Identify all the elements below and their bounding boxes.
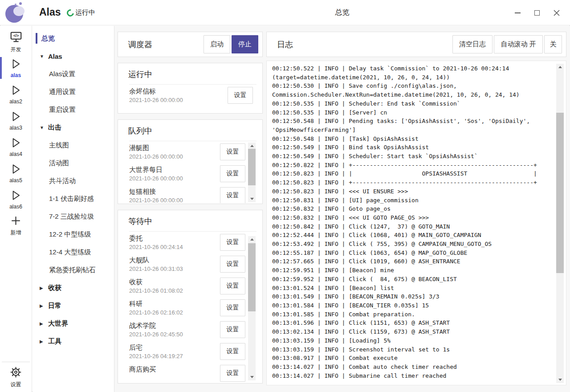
close-button[interactable]: [547, 4, 566, 22]
menu-item-overview[interactable]: 总览: [33, 29, 114, 47]
log-line: 00:12:55.187 | INFO | Click (1063, 654) …: [272, 249, 554, 257]
rail-item-alas3[interactable]: alas3: [0, 107, 32, 134]
rail-item-alas6[interactable]: alas6: [0, 186, 32, 212]
maximize-button[interactable]: [527, 4, 547, 22]
scroll-down-icon[interactable]: [556, 376, 564, 383]
rail-item-alas2[interactable]: alas2: [0, 81, 32, 107]
rail-item-dev[interactable]: </>开发: [0, 29, 32, 55]
pending-panel: 队列中 潜艇图2021-10-26 00:00:00设置大世界每日2021-10…: [118, 119, 263, 204]
task-setting-button[interactable]: 设置: [220, 234, 245, 251]
menu-group-alas-group[interactable]: ▼Alas: [33, 47, 114, 65]
waiting-scrollbar[interactable]: [248, 236, 256, 380]
menu-item-c124[interactable]: 12-4 大型练级: [33, 243, 114, 261]
window-controls: [508, 0, 566, 25]
scrollbar-thumb[interactable]: [248, 149, 256, 185]
chevron-right-icon: ▶: [40, 321, 45, 326]
scheduler-panel: 调度器 启动 停止: [118, 32, 263, 57]
menu-group-reward-group[interactable]: ▶收获: [33, 279, 114, 297]
start-button[interactable]: 启动: [204, 35, 230, 53]
menu-item-alas-settings[interactable]: Alas设置: [33, 65, 114, 83]
menu-item-restart-settings[interactable]: 重启设置: [33, 101, 114, 118]
clear-log-button[interactable]: 清空日志: [452, 35, 493, 53]
log-line: 00:13:01.585 | INFO | Combat preparation…: [272, 310, 554, 319]
rail-item-label: 设置: [11, 381, 21, 388]
autoscroll-on-button[interactable]: 自动滚动 开: [494, 35, 543, 53]
log-line: 00:12:50.822 | INFO | +-----------------…: [272, 161, 554, 170]
task-row: 余烬信标2021-10-26 00:00:00设置: [118, 85, 262, 106]
minimize-button[interactable]: [508, 4, 527, 22]
page-title: 总览: [114, 0, 570, 25]
menu-label: Alas设置: [49, 70, 75, 78]
scheduler-title: 调度器: [128, 39, 152, 50]
scroll-up-icon[interactable]: [248, 143, 256, 149]
menu-label: 12-2 中型练级: [49, 230, 91, 239]
menu-group-sortie-group[interactable]: ▼出击: [33, 118, 114, 136]
task-setting-button[interactable]: 设置: [220, 365, 245, 382]
task-setting-button[interactable]: 设置: [220, 299, 245, 316]
task-row: 潜艇图2021-10-26 00:00:00设置: [118, 141, 262, 163]
log-line: 00:12:50.530 | INFO | Save config ./conf…: [272, 82, 554, 90]
task-setting-button[interactable]: 设置: [220, 278, 245, 294]
menu-label: 12-4 大型练级: [49, 248, 91, 257]
task-setting-button[interactable]: 设置: [220, 256, 245, 273]
rail-item-label: 新增: [11, 229, 21, 237]
task-row: 大舰队2021-10-26 00:31:03设置: [118, 253, 262, 275]
rail-item-alas5[interactable]: alas5: [0, 160, 32, 186]
scroll-up-icon[interactable]: [556, 64, 564, 70]
rail-item-settings[interactable]: 设置: [0, 364, 32, 390]
scroll-down-icon[interactable]: [248, 374, 256, 380]
log-scrollbar[interactable]: [556, 64, 564, 383]
task-setting-button[interactable]: 设置: [220, 143, 245, 160]
log-line: Commission.Scheduler.NextRun=datetime.da…: [272, 90, 554, 99]
instance-rail: </>开发alasalas2alas3alas4alas5alas6新增 设置: [0, 26, 32, 392]
chevron-down-icon: ▼: [40, 54, 45, 59]
menu-item-c11[interactable]: 1-1 伏击刷好感: [33, 190, 114, 208]
log-line: 00:12:50.548 | INFO | Pending tasks: ['O…: [272, 117, 554, 126]
task-setting-button[interactable]: 设置: [220, 187, 245, 203]
pending-scrollbar[interactable]: [248, 143, 256, 202]
task-setting-button[interactable]: 设置: [220, 343, 245, 360]
scroll-down-icon[interactable]: [248, 196, 256, 202]
log-line: 00:12:50.842 | INFO | Click (1247, 37) @…: [272, 222, 554, 231]
log-line: 00:12:50.549 | INFO | Bind task OpsiAshA…: [272, 143, 554, 152]
log-line: 00:13:03.159 | INFO | Screenshot interva…: [272, 345, 554, 354]
task-setting-button[interactable]: 设置: [228, 87, 253, 104]
main-content: 调度器 启动 停止 运行中 余烬信标2021-10-26 00:00:00设置 …: [114, 26, 570, 392]
log-line: 00:12:50.823 | INFO | | OPSIASHASSIST |: [272, 169, 554, 178]
rail-item-alas4[interactable]: alas4: [0, 134, 32, 160]
menu-item-c72[interactable]: 7-2 三战捡垃圾: [33, 208, 114, 225]
log-line: 00:12:50.549 | INFO | Scheduler: Start t…: [272, 152, 554, 161]
rail-item-add[interactable]: 新增: [0, 212, 32, 239]
menu-item-main-map[interactable]: 主线图: [33, 136, 114, 154]
scrollbar-thumb[interactable]: [248, 243, 256, 311]
menu-item-event-map[interactable]: 活动图: [33, 154, 114, 172]
rail-item-label: alas5: [9, 177, 22, 184]
task-setting-button[interactable]: 设置: [220, 165, 245, 182]
play-icon: [10, 189, 22, 203]
rail-divider: [2, 362, 30, 362]
scroll-up-icon[interactable]: [248, 236, 256, 243]
stop-button[interactable]: 停止: [232, 35, 258, 53]
menu-label: 日常: [48, 302, 61, 310]
menu-item-general-settings[interactable]: 通用设置: [33, 83, 114, 101]
log-line: 00:12:50.823 | INFO | +-----------------…: [272, 178, 554, 187]
autoscroll-off-button[interactable]: 关: [544, 35, 562, 53]
menu-group-tool-group[interactable]: ▶工具: [33, 332, 114, 350]
menu-label: 总览: [41, 34, 55, 43]
menu-item-raid[interactable]: 共斗活动: [33, 172, 114, 190]
menu-group-opsi-group[interactable]: ▶大世界: [33, 314, 114, 332]
menu-item-c122[interactable]: 12-2 中型练级: [33, 225, 114, 243]
play-icon: [10, 163, 22, 177]
menu-group-daily-group[interactable]: ▶日常: [33, 297, 114, 314]
log-line: (target=datetime.datetime(2021, 10, 26, …: [272, 73, 554, 82]
scrollbar-thumb[interactable]: [556, 113, 564, 273]
rail-item-alas[interactable]: alas: [0, 55, 32, 81]
rail-item-label: alas: [11, 72, 21, 78]
log-line: 00:13:14.027 | INFO | Submarine call tim…: [272, 372, 554, 380]
app-window: Alas 运行中 总览 </>开发alasalas2alas3alas4alas…: [0, 0, 570, 392]
task-row: 战术学院2021-10-26 02:45:50设置: [118, 319, 262, 341]
menu-label: 主线图: [49, 141, 69, 150]
task-setting-button[interactable]: 设置: [220, 321, 245, 338]
menu-item-gems[interactable]: 紧急委托刷钻石: [33, 261, 114, 279]
log-line: 00:12:50.832 | INFO | Goto page_os: [272, 204, 554, 213]
